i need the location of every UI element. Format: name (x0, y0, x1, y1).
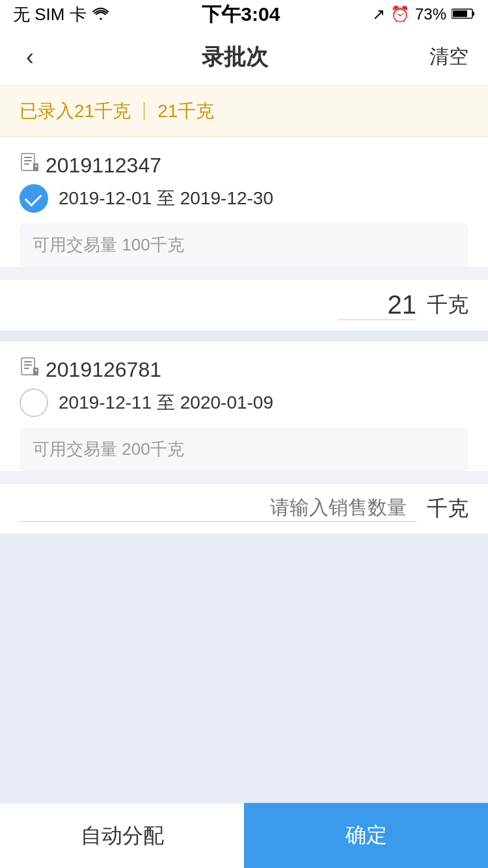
batch-2-unit: 千克 (427, 495, 468, 523)
batch-1-date: 2019-12-01 至 2019-12-30 (59, 186, 273, 211)
page-title: 录批次 (202, 42, 268, 72)
svg-rect-14 (33, 368, 38, 375)
section-gap (0, 331, 488, 342)
clear-button[interactable]: 清空 (429, 44, 468, 70)
batch-1-avail: 可用交易量 100千克 (33, 235, 184, 254)
svg-rect-2 (453, 10, 467, 17)
location-icon: ↗ (372, 5, 385, 23)
batch-2-avail-box: 可用交易量 200千克 (20, 427, 468, 471)
svg-rect-12 (24, 364, 32, 366)
batch-2-input-row[interactable]: 千克 (0, 484, 488, 534)
batch-1-quantity-value: 21 (388, 290, 417, 319)
batch-2-doc-icon (20, 357, 39, 382)
batch-2-header: 2019126781 (20, 357, 468, 382)
auto-distribute-button[interactable]: 自动分配 (0, 803, 244, 868)
info-value: 21千克 (157, 99, 214, 124)
svg-rect-5 (24, 160, 32, 161)
svg-rect-11 (24, 361, 32, 362)
batch-1-quantity-underline: 21 (338, 290, 416, 320)
batch-1-header: 2019112347 (20, 153, 468, 178)
batch-1-doc-icon (20, 153, 39, 178)
batch-1-id: 2019112347 (46, 154, 161, 178)
svg-rect-1 (472, 12, 474, 16)
battery-text: 73% (415, 5, 446, 23)
info-bar: 已录入21千克 21千克 (0, 86, 488, 137)
content-area: 已录入21千克 21千克 2019112347 2019-12-01 至 2 (0, 86, 488, 868)
status-time: 下午3:04 (202, 1, 280, 28)
info-label: 已录入21千克 (20, 99, 131, 124)
batch-1-date-row[interactable]: 2019-12-01 至 2019-12-30 (20, 184, 468, 213)
status-bar: 无 SIM 卡 下午3:04 ↗ ⏰ 73% (0, 0, 488, 29)
batch-item-2: 2019126781 2019-12-11 至 2020-01-09 可用交易量… (0, 342, 488, 471)
svg-rect-10 (21, 358, 34, 375)
status-left: 无 SIM 卡 (13, 3, 110, 26)
batch-2-date: 2019-12-11 至 2020-01-09 (59, 390, 273, 415)
info-divider (144, 102, 144, 120)
back-button[interactable]: ‹ (20, 37, 40, 77)
batch-1-radio[interactable] (20, 184, 48, 213)
svg-rect-13 (24, 368, 29, 369)
batch-2-avail: 可用交易量 200千克 (33, 439, 184, 459)
nav-bar: ‹ 录批次 清空 (0, 29, 488, 86)
batch-item-1: 2019112347 2019-12-01 至 2019-12-30 可用交易量… (0, 137, 488, 267)
batch-1-quantity-row: 21 千克 (0, 280, 488, 331)
batch-2-input-underline[interactable] (20, 496, 416, 522)
wifi-icon (92, 5, 110, 25)
batch-2-date-row[interactable]: 2019-12-11 至 2020-01-09 (20, 388, 468, 417)
battery-icon (452, 5, 475, 23)
batch-1-avail-box: 可用交易量 100千克 (20, 223, 468, 267)
empty-area (0, 534, 488, 807)
confirm-button[interactable]: 确定 (244, 803, 488, 868)
batch-2-id: 2019126781 (46, 358, 161, 382)
svg-rect-3 (21, 154, 34, 170)
no-sim-text: 无 SIM 卡 (13, 3, 87, 26)
batch-2-radio[interactable] (20, 388, 48, 417)
svg-rect-4 (24, 157, 32, 158)
status-right: ↗ ⏰ 73% (372, 5, 475, 23)
batch-2-quantity-input[interactable] (20, 496, 416, 519)
batch-1-unit: 千克 (427, 291, 468, 319)
bottom-bar: 自动分配 确定 (0, 803, 488, 868)
svg-rect-6 (24, 163, 29, 165)
svg-rect-7 (33, 163, 38, 171)
alarm-icon: ⏰ (390, 5, 410, 23)
